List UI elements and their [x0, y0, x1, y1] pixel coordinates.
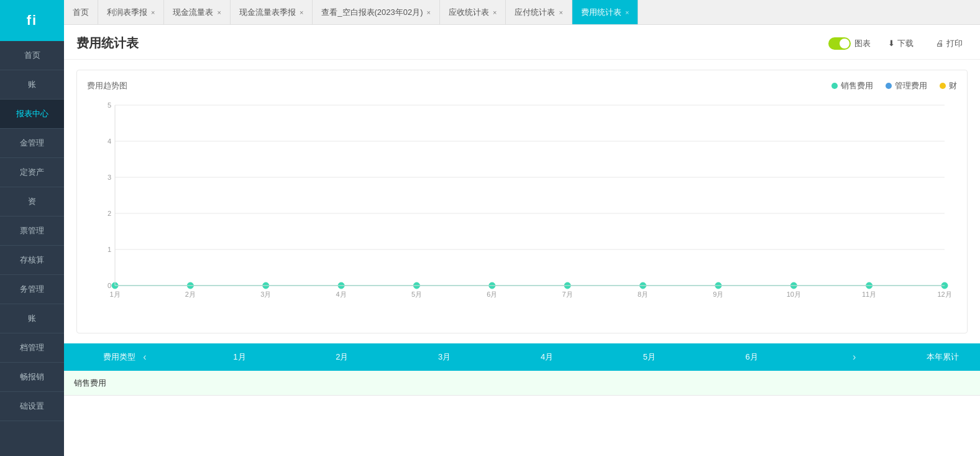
legend-dot-admin: [886, 83, 892, 89]
sidebar-item-invoice-mgmt[interactable]: 票管理: [0, 216, 64, 246]
tab-cashflow-quarterly[interactable]: 现金流量表季报×: [231, 0, 313, 24]
sidebar-item-fund-mgmt[interactable]: 金管理: [0, 129, 64, 158]
svg-text:10月: 10月: [787, 291, 801, 298]
tab-close-expense-stats[interactable]: ×: [625, 9, 629, 16]
th-ytd: 本年累计: [905, 351, 980, 363]
chart-section: 费用趋势图 销售费用管理费用财 0123451月2月3月4月5月6月7月8月9月…: [76, 70, 968, 333]
svg-text:2月: 2月: [185, 291, 196, 298]
svg-text:3: 3: [108, 174, 111, 181]
sidebar-item-inventory[interactable]: 存核算: [0, 246, 64, 275]
svg-text:1: 1: [108, 246, 111, 253]
svg-text:4: 4: [108, 137, 111, 145]
print-label: 打印: [946, 38, 963, 49]
sidebar-item-unblocking[interactable]: 畅报销: [0, 363, 64, 392]
svg-text:11月: 11月: [862, 291, 876, 298]
tab-close-receivable[interactable]: ×: [493, 9, 497, 16]
download-label: 下载: [897, 38, 914, 49]
chart-title: 费用趋势图: [87, 80, 127, 91]
sidebar: fi 首页账报表中心金管理定资产资票管理存核算务管理账档管理畅报销础设置: [0, 0, 64, 456]
th-month-6月: 6月: [700, 351, 803, 363]
legend-item-admin: 管理费用: [886, 80, 927, 91]
header-actions: 图表 ⬇ 下载 🖨 打印: [828, 35, 968, 52]
tab-payable[interactable]: 应付统计表×: [506, 0, 572, 24]
svg-text:0: 0: [108, 282, 111, 289]
th-month-3月: 3月: [393, 351, 496, 363]
svg-text:5月: 5月: [411, 291, 422, 298]
sidebar-item-basic-settings[interactable]: 础设置: [0, 392, 64, 421]
table-body: 销售费用: [64, 371, 980, 396]
svg-text:2: 2: [108, 210, 111, 217]
svg-text:12月: 12月: [937, 291, 951, 298]
table-section: 费用类型‹1月2月3月4月5月6月›本年累计 销售费用: [64, 343, 980, 396]
table-next-arrow[interactable]: ›: [850, 351, 858, 362]
sidebar-logo: fi: [0, 0, 64, 41]
th-month-4月: 4月: [496, 351, 598, 363]
legend-dot-sales: [831, 83, 838, 89]
tab-close-payable[interactable]: ×: [559, 9, 562, 16]
table-row: 销售费用: [64, 371, 980, 396]
svg-text:4月: 4月: [336, 291, 347, 298]
svg-text:8月: 8月: [638, 291, 648, 298]
th-month-5月: 5月: [598, 351, 700, 363]
svg-text:5: 5: [108, 101, 111, 109]
tab-view-blank[interactable]: 查看_空白报表(2023年02月)×: [313, 0, 440, 24]
svg-text:3月: 3月: [260, 291, 271, 298]
chart-toggle[interactable]: [828, 37, 851, 50]
th-month-2月: 2月: [291, 351, 393, 363]
tab-close-cashflow-quarterly[interactable]: ×: [300, 9, 303, 16]
tab-home[interactable]: 首页: [64, 0, 98, 24]
print-button[interactable]: 🖨 打印: [931, 35, 968, 52]
sidebar-item-sub-account[interactable]: 账: [0, 304, 64, 333]
tab-profit-quarterly[interactable]: 利润表季报×: [98, 0, 164, 24]
print-icon: 🖨: [936, 39, 944, 48]
page-header: 费用统计表 图表 ⬇ 下载 🖨 打印: [64, 25, 980, 60]
svg-text:9月: 9月: [713, 291, 723, 298]
chart-header: 费用趋势图 销售费用管理费用财: [87, 80, 957, 91]
th-type: 费用类型‹: [64, 351, 188, 363]
sidebar-item-account[interactable]: 账: [0, 70, 64, 100]
tab-close-profit-quarterly[interactable]: ×: [151, 9, 155, 16]
page-title: 费用统计表: [76, 35, 139, 52]
legend-item-sales: 销售费用: [831, 80, 873, 91]
sidebar-item-service-mgmt[interactable]: 务管理: [0, 275, 64, 304]
chart-toggle-label: 图表: [854, 38, 871, 49]
sidebar-item-fixed-assets[interactable]: 定资产: [0, 158, 64, 187]
main-area: 首页利润表季报×现金流量表×现金流量表季报×查看_空白报表(2023年02月)×…: [64, 0, 980, 456]
tab-receivable[interactable]: 应收统计表×: [440, 0, 506, 24]
svg-text:7月: 7月: [562, 291, 573, 298]
sidebar-item-home[interactable]: 首页: [0, 41, 64, 70]
download-button[interactable]: ⬇ 下载: [883, 35, 918, 52]
svg-text:6月: 6月: [487, 291, 497, 298]
table-header-row: 费用类型‹1月2月3月4月5月6月›本年累计: [64, 343, 980, 371]
sidebar-item-report-center[interactable]: 报表中心: [0, 100, 64, 129]
svg-text:1月: 1月: [109, 291, 120, 298]
download-icon: ⬇: [888, 39, 895, 48]
th-month-1月: 1月: [188, 351, 291, 363]
table-prev-arrow[interactable]: ‹: [140, 351, 149, 363]
chart-toggle-wrap: 图表: [828, 37, 871, 50]
chart-legend: 销售费用管理费用财: [831, 80, 957, 91]
tab-expense-stats[interactable]: 费用统计表×: [572, 0, 638, 24]
td-type: 销售费用: [64, 378, 188, 389]
tab-close-view-blank[interactable]: ×: [427, 9, 431, 16]
chart-svg-wrap: 0123451月2月3月4月5月6月7月8月9月10月11月12月: [87, 99, 957, 323]
legend-dot-finance: [940, 83, 946, 89]
tab-close-cashflow[interactable]: ×: [217, 9, 221, 16]
sidebar-scroll: 首页账报表中心金管理定资产资票管理存核算务管理账档管理畅报销础设置: [0, 41, 64, 456]
sidebar-item-investment[interactable]: 资: [0, 187, 64, 216]
tab-cashflow[interactable]: 现金流量表×: [164, 0, 230, 24]
tab-bar: 首页利润表季报×现金流量表×现金流量表季报×查看_空白报表(2023年02月)×…: [64, 0, 980, 25]
page-content: 费用统计表 图表 ⬇ 下载 🖨 打印 费用趋势图 销售费用管理: [64, 25, 980, 456]
sidebar-item-file-mgmt[interactable]: 档管理: [0, 333, 64, 363]
legend-item-finance: 财: [940, 80, 957, 91]
